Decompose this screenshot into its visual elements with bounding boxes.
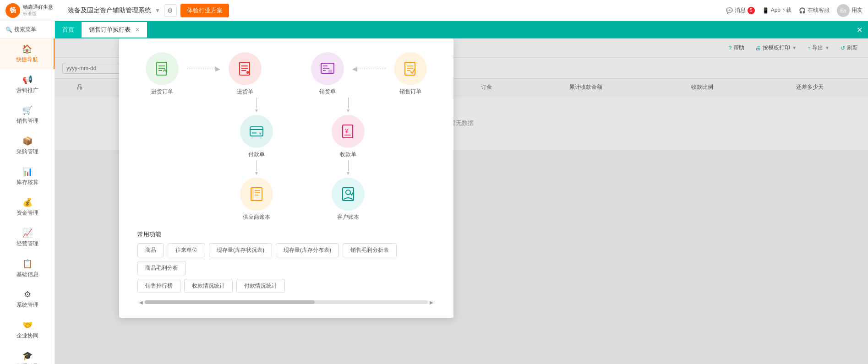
purchase-bill-circle — [229, 52, 262, 85]
search-menu-button[interactable]: 🔍 搜索菜单 — [0, 21, 55, 38]
purchase-order-circle — [146, 52, 179, 85]
customer-ledger-circle — [332, 178, 365, 211]
scroll-thumb[interactable] — [145, 300, 315, 304]
sidebar-label-purchase: 采购管理 — [16, 148, 38, 156]
message-icon: 💬 — [726, 7, 733, 14]
flow-node-purchase-bill[interactable]: 进货单 — [220, 52, 270, 96]
arrow-h-2: ◀ — [352, 52, 385, 85]
common-func-section: 常用功能 商品 往来单位 现存量(库存状况表) 现存量(库存分布表) 销售毛利分… — [137, 230, 435, 293]
flow-node-payment[interactable]: ¥ 付款单 — [229, 115, 284, 158]
svg-rect-13 — [328, 70, 332, 73]
dropdown-arrow-icon[interactable]: ▼ — [155, 7, 160, 14]
sidebar-item-new-guide[interactable]: 🎓 新手引导 — [0, 345, 55, 364]
logo-text: 畅康通好生意 — [23, 4, 53, 10]
func-btn-sales-profit-analysis[interactable]: 销售毛利分析表 — [343, 243, 397, 257]
flow-node-customer-ledger[interactable]: 客户账本 — [321, 178, 376, 221]
func-buttons-row: 商品 往来单位 现存量(库存状况表) 现存量(库存分布表) 销售毛利分析表 商品… — [137, 243, 435, 275]
sidebar-item-enterprise[interactable]: 🤝 企业协同 — [0, 315, 55, 345]
sidebar-item-inventory[interactable]: 📊 库存核算 — [0, 161, 55, 192]
online-service-button[interactable]: 🎧 在线客服 — [799, 6, 830, 14]
flow-node-sales-order[interactable]: 销售订单 — [386, 52, 435, 96]
search-menu-label: 搜索菜单 — [14, 26, 36, 33]
purchase-bill-label: 进货单 — [237, 88, 253, 96]
arrow-down-payment: ▼ — [229, 160, 284, 176]
purchase-order-label: 进货订单 — [151, 88, 173, 96]
online-service-label: 在线客服 — [808, 6, 830, 14]
spacer-1 — [270, 52, 303, 85]
app-download-button[interactable]: 📱 App下载 — [762, 6, 792, 14]
flow-node-purchase-order[interactable]: 进货订单 — [137, 52, 187, 96]
user-menu[interactable]: Ea 用友 — [837, 4, 863, 17]
flow-row-1: 进货订单 ▶ — [137, 52, 435, 96]
logo-icon: 畅 — [5, 3, 20, 18]
sidebar-item-quick-nav[interactable]: 🏠 快捷导航 — [0, 38, 55, 69]
message-badge: 5 — [748, 7, 755, 14]
sidebar-item-basic-info[interactable]: 📋 基础信息 — [0, 253, 55, 284]
flow-node-receipt[interactable]: ¥ 收款单 — [321, 115, 376, 158]
enterprise-icon: 🤝 — [22, 320, 33, 330]
func-buttons-row-2: 销售排行榜 收款情况统计 付款情况统计 — [137, 279, 435, 293]
scroll-right-btn[interactable]: ▶ — [428, 299, 435, 306]
sidebar-item-operations[interactable]: 📈 经营管理 — [0, 223, 55, 253]
modal-scrollbar[interactable]: ◀ ▶ — [137, 300, 435, 304]
tab-sales-exec-label: 销售订单执行表 — [89, 26, 131, 34]
message-button[interactable]: 💬 消息 5 — [726, 6, 755, 14]
tab-home-label: 首页 — [62, 26, 74, 34]
tab-sales-order-exec[interactable]: 销售订单执行表 ✕ — [82, 22, 147, 38]
tab-home[interactable]: 首页 — [55, 22, 82, 38]
sidebar-item-finance[interactable]: 💰 资金管理 — [0, 192, 55, 223]
flow-node-supplier-ledger[interactable]: 供应商账本 — [229, 178, 284, 221]
main-content: 首页 销售订单执行表 ✕ ✕ ? 帮助 🖨 按模板打印 ▼ — [55, 21, 868, 364]
arrow-down-sales: ▼ — [321, 98, 376, 113]
sales-bill-icon — [319, 60, 336, 77]
tab-bar-close-button[interactable]: ✕ — [851, 26, 868, 34]
marketing-icon: 📢 — [22, 75, 33, 85]
svg-rect-20 — [252, 132, 257, 134]
system-title: 装备及固定资产辅助管理系统 — [68, 6, 151, 15]
func-btn-product-profit[interactable]: 商品毛利分析 — [137, 261, 186, 275]
top-header: 畅 畅康通好生意 标准版 装备及固定资产辅助管理系统 ▼ ⚙ 体验行业方案 💬 … — [0, 0, 868, 21]
app-download-label: App下载 — [771, 6, 792, 14]
scroll-left-btn[interactable]: ◀ — [137, 299, 145, 306]
sales-order-label: 销售订单 — [399, 88, 421, 96]
sidebar-item-sales[interactable]: 🛒 销售管理 — [0, 100, 55, 130]
func-btn-payment-stat[interactable]: 付款情况统计 — [236, 279, 285, 293]
modal-box: 进货订单 ▶ — [119, 38, 453, 318]
logo-sub: 标准版 — [23, 11, 53, 17]
main-layout: 🔍 搜索菜单 🏠 快捷导航 📢 营销推广 🛒 销售管理 📦 采购管理 📊 库存核… — [0, 21, 868, 364]
func-btn-receipt-stat[interactable]: 收款情况统计 — [184, 279, 233, 293]
svg-point-8 — [246, 71, 249, 74]
sidebar-item-purchase[interactable]: 📦 采购管理 — [0, 130, 55, 161]
svg-text:¥: ¥ — [344, 127, 349, 135]
search-icon: 🔍 — [5, 27, 12, 33]
trial-button[interactable]: 体验行业方案 — [180, 4, 229, 17]
arrow-down-receipt: ▼ — [321, 160, 376, 176]
inventory-icon: 📊 — [22, 167, 33, 177]
func-btn-stock-dist[interactable]: 现存量(库存分布表) — [276, 243, 339, 257]
sales-order-icon — [402, 60, 419, 77]
func-btn-product[interactable]: 商品 — [137, 243, 164, 257]
func-btn-stock-status[interactable]: 现存量(库存状况表) — [209, 243, 272, 257]
sidebar-label-marketing: 营销推广 — [16, 87, 38, 94]
sidebar-item-marketing[interactable]: 📢 营销推广 — [0, 69, 55, 100]
svg-rect-26 — [251, 188, 254, 201]
supplier-ledger-circle — [240, 178, 273, 211]
supplier-ledger-label: 供应商账本 — [243, 213, 270, 221]
func-btn-sales-ranking[interactable]: 销售排行榜 — [137, 279, 180, 293]
tab-close-icon[interactable]: ✕ — [135, 27, 140, 33]
flow-node-sales-bill[interactable]: 销货单 — [303, 52, 352, 96]
purchase-icon: 📦 — [22, 136, 33, 146]
sidebar-label-operations: 经营管理 — [16, 240, 38, 248]
logo-area: 畅 畅康通好生意 标准版 — [5, 3, 60, 18]
flow-row-2: ¥ 付款单 ¥ — [137, 115, 435, 158]
tab-bar: 首页 销售订单执行表 ✕ ✕ — [55, 21, 868, 38]
payment-circle: ¥ — [240, 115, 273, 148]
sidebar-label-enterprise: 企业协同 — [16, 332, 38, 340]
sidebar-label-sales: 销售管理 — [16, 117, 38, 125]
svg-rect-14 — [405, 62, 415, 75]
func-btn-customers[interactable]: 往来单位 — [168, 243, 205, 257]
sidebar-label-quick-nav: 快捷导航 — [16, 56, 38, 64]
app-download-icon: 📱 — [762, 7, 769, 14]
gear-button[interactable]: ⚙ — [164, 4, 177, 17]
sidebar-item-system[interactable]: ⚙ 系统管理 — [0, 284, 55, 315]
